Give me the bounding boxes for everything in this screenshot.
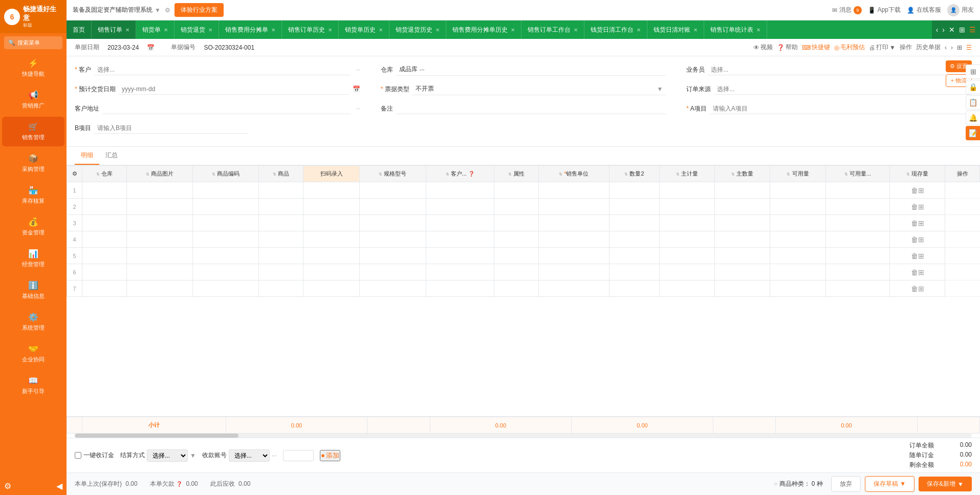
warehouse-select[interactable]: 成品库 ··· [396,63,666,76]
tab-close-icon[interactable]: ✕ [511,27,515,33]
table-cell[interactable] [609,215,660,231]
table-cell[interactable] [494,182,539,199]
scrollbar-thumb[interactable] [75,434,238,438]
table-cell[interactable] [303,281,360,297]
copy-row-btn[interactable]: ⊞ [918,203,924,211]
table-cell[interactable] [715,182,770,199]
nav-layout-list[interactable]: ☰ [967,25,978,35]
table-cell[interactable] [609,281,660,297]
tab-close-icon[interactable]: ✕ [756,27,760,33]
table-cell[interactable] [259,264,303,281]
right-panel-btn-4[interactable]: 🔔 [966,111,980,125]
one-click-collect-input[interactable] [75,452,81,459]
invoice-type-select[interactable]: 不开票 ▼ [412,83,666,95]
table-cell[interactable] [82,182,127,199]
customer-input[interactable] [94,64,351,75]
table-cell[interactable] [82,215,127,231]
col-settings[interactable]: ⚙ [67,166,82,182]
history-btn[interactable]: 历史单据 [916,43,941,52]
table-cell[interactable] [426,264,494,281]
account-select[interactable]: 选择... [229,449,270,462]
search-menu-btn[interactable]: 🔍 搜索菜单 [4,36,62,49]
table-cell[interactable] [715,199,770,215]
table-cell[interactable] [360,264,426,281]
table-cell[interactable] [770,231,825,248]
table-cell[interactable] [494,231,539,248]
table-cell[interactable] [259,215,303,231]
table-cell[interactable] [539,182,609,199]
delete-row-btn[interactable]: 🗑 [911,285,918,293]
table-cell[interactable] [193,182,259,199]
table-cell[interactable] [426,248,494,264]
table-cell[interactable] [360,182,426,199]
right-panel-btn-2[interactable]: 🔒 [966,80,980,94]
tab-sales-order-history[interactable]: 销售订单历史 ✕ [282,20,339,39]
address-dots[interactable]: ··· [356,106,360,112]
sidebar-item-marketing[interactable]: 📢 营销推广 [2,85,64,115]
table-cell[interactable] [825,248,890,264]
table-cell[interactable] [715,264,770,281]
table-cell[interactable] [609,231,660,248]
table-cell[interactable] [494,199,539,215]
table-cell[interactable] [303,248,360,264]
tab-close-icon[interactable]: ✕ [693,27,698,33]
tab-close-icon[interactable]: ✕ [164,27,168,33]
table-cell[interactable] [82,199,127,215]
one-click-collect-checkbox[interactable]: 一键收订金 [75,451,114,460]
table-cell[interactable] [494,248,539,264]
table-cell[interactable] [193,248,259,264]
prev-record-btn[interactable]: ‹ [945,44,947,51]
table-cell[interactable] [715,248,770,264]
table-cell[interactable] [193,231,259,248]
table-cell[interactable] [660,231,715,248]
table-cell[interactable] [426,231,494,248]
sidebar-item-operations[interactable]: 📊 经营管理 [2,244,64,273]
sidebar-item-inventory[interactable]: 🏪 库存核算 [2,180,64,210]
table-cell[interactable] [126,199,192,215]
tab-close-icon[interactable]: ✕ [435,27,440,33]
table-cell[interactable] [609,199,660,215]
table-cell[interactable] [609,182,660,199]
table-cell[interactable] [715,281,770,297]
delete-row-btn[interactable]: 🗑 [911,252,918,260]
b-project-input[interactable] [94,123,248,134]
copy-row-btn[interactable]: ⊞ [918,219,924,227]
table-cell[interactable] [660,199,715,215]
table-cell[interactable] [770,264,825,281]
customer-address-input[interactable] [102,103,351,114]
delete-row-btn[interactable]: 🗑 [911,203,918,211]
app-download-btn[interactable]: 📱 App下载 [868,6,901,14]
table-cell[interactable] [360,231,426,248]
tab-sales-stats[interactable]: 销售订单统计表 ✕ [704,20,767,39]
table-cell[interactable] [825,231,890,248]
table-cell[interactable] [660,264,715,281]
table-cell[interactable] [494,281,539,297]
order-source-input[interactable] [714,84,972,95]
table-cell[interactable] [539,281,609,297]
table-cell[interactable] [303,182,360,199]
sidebar-item-purchase[interactable]: 📦 采购管理 [2,148,64,178]
table-cell[interactable] [770,281,825,297]
sidebar-item-guide[interactable]: 📖 新手引导 [2,371,64,400]
table-cell[interactable] [426,182,494,199]
delete-row-btn[interactable]: 🗑 [911,219,918,227]
shortcut-btn[interactable]: ⌨ 快捷键 [802,43,830,52]
salesperson-input[interactable] [708,64,962,75]
table-cell[interactable] [660,248,715,264]
nav-scroll-left[interactable]: ‹ [934,25,941,35]
nav-close-all[interactable]: ✕ [947,20,957,39]
tab-cash-reconcile[interactable]: 钱货日清对账 ✕ [647,20,704,39]
calendar2-icon[interactable]: 📅 [353,85,360,93]
tab-expense-history[interactable]: 销售费用分摊单历史 ✕ [446,20,521,39]
nav-layout-grid[interactable]: ⊞ [957,25,967,35]
operate-btn[interactable]: 操作 [900,43,912,52]
table-cell[interactable] [825,182,890,199]
table-cell[interactable] [770,248,825,264]
copy-row-btn[interactable]: ⊞ [918,252,924,260]
table-cell[interactable] [426,281,494,297]
sort-icon[interactable]: ⇅ [96,172,100,177]
table-cell[interactable] [715,231,770,248]
next-record-btn[interactable]: › [951,44,953,51]
message-btn[interactable]: ✉ 消息 9 [832,6,862,14]
tab-sales-expense[interactable]: 销售费用分摊单 ✕ [219,20,282,39]
